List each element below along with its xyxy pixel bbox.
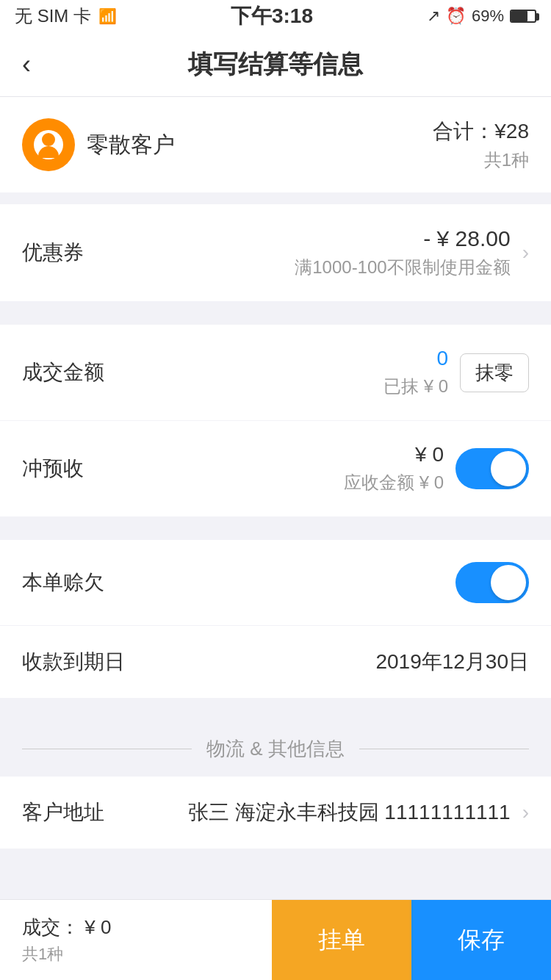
divider-3 bbox=[0, 710, 551, 721]
coupon-description: 满1000-100不限制使用金额 bbox=[295, 256, 510, 279]
prepayment-amount: ¥ 0 bbox=[344, 443, 444, 466]
logistics-title: 物流 & 其他信息 bbox=[206, 736, 345, 762]
deal-amount: 0 bbox=[436, 347, 448, 370]
status-right: ↗ ⏰ 69% bbox=[427, 7, 536, 26]
customer-name: 零散客户 bbox=[87, 130, 175, 160]
coupon-value: - ¥ 28.00 满1000-100不限制使用金额 bbox=[295, 226, 510, 279]
avatar bbox=[22, 118, 75, 171]
bottom-bar: 成交： ¥ 0 共1种 挂单 保存 bbox=[0, 899, 551, 980]
customer-total: 合计：¥28 共1种 bbox=[433, 118, 529, 172]
back-button[interactable]: ‹ bbox=[22, 49, 31, 80]
debt-toggle-knob bbox=[491, 565, 526, 600]
coupon-row[interactable]: 优惠券 - ¥ 28.00 满1000-100不限制使用金额 › bbox=[0, 204, 551, 301]
coupon-discount: - ¥ 28.00 bbox=[295, 226, 510, 251]
bottom-deal-value: ¥ 0 bbox=[84, 916, 111, 938]
prepayment-toggle[interactable] bbox=[455, 448, 529, 489]
address-row[interactable]: 客户地址 张三 海淀永丰科技园 11111111111 › bbox=[0, 777, 551, 849]
address-value: 张三 海淀永丰科技园 11111111111 bbox=[188, 799, 511, 826]
chevron-right-icon: › bbox=[522, 241, 529, 264]
status-bar: 无 SIM 卡 📶 下午3:18 ↗ ⏰ 69% bbox=[0, 0, 551, 32]
deal-right: 0 已抹 ¥ 0 抹零 bbox=[383, 347, 529, 398]
prepayment-label: 冲预收 bbox=[22, 455, 84, 483]
customer-card: 零散客户 合计：¥28 共1种 bbox=[0, 97, 551, 192]
deal-value-wrap: 0 已抹 ¥ 0 bbox=[383, 347, 448, 398]
location-icon: ↗ bbox=[427, 7, 440, 26]
coupon-section: 优惠券 - ¥ 28.00 满1000-100不限制使用金额 › bbox=[0, 204, 551, 301]
bottom-item-count: 共1种 bbox=[22, 943, 250, 965]
battery-text: 69% bbox=[472, 7, 504, 26]
deal-deducted: 已抹 ¥ 0 bbox=[383, 375, 448, 398]
address-right: 张三 海淀永丰科技园 11111111111 › bbox=[188, 799, 529, 826]
bottom-info: 成交： ¥ 0 共1种 bbox=[0, 915, 272, 965]
round-off-button[interactable]: 抹零 bbox=[460, 353, 529, 392]
debt-row: 本单赊欠 bbox=[0, 540, 551, 626]
address-chevron-icon: › bbox=[522, 801, 529, 824]
coupon-right: - ¥ 28.00 满1000-100不限制使用金额 › bbox=[295, 226, 529, 279]
deal-label: 成交金额 bbox=[22, 359, 104, 386]
alarm-icon: ⏰ bbox=[446, 7, 466, 26]
prepayment-value-wrap: ¥ 0 应收金额 ¥ 0 bbox=[344, 443, 444, 494]
due-date-value: 2019年12月30日 bbox=[375, 648, 529, 676]
debt-right bbox=[455, 562, 529, 603]
due-date-label: 收款到期日 bbox=[22, 648, 125, 676]
save-button[interactable]: 保存 bbox=[411, 900, 551, 981]
address-section: 客户地址 张三 海淀永丰科技园 11111111111 › bbox=[0, 777, 551, 849]
bottom-deal-amount: 成交： ¥ 0 bbox=[22, 915, 250, 940]
wifi-icon: 📶 bbox=[98, 7, 117, 25]
header-line-right bbox=[359, 749, 529, 749]
prepayment-receivable: 应收金额 ¥ 0 bbox=[344, 471, 444, 494]
deal-row: 成交金额 0 已抹 ¥ 0 抹零 bbox=[0, 325, 551, 421]
header-line-left bbox=[22, 749, 192, 749]
customer-info: 零散客户 bbox=[22, 118, 175, 171]
battery-icon bbox=[510, 10, 536, 23]
item-count: 共1种 bbox=[433, 148, 529, 172]
prepayment-right: ¥ 0 应收金额 ¥ 0 bbox=[344, 443, 529, 494]
divider-1 bbox=[0, 313, 551, 325]
total-amount: 合计：¥28 bbox=[433, 118, 529, 145]
debt-label: 本单赊欠 bbox=[22, 569, 104, 597]
coupon-label: 优惠券 bbox=[22, 239, 84, 267]
address-label: 客户地址 bbox=[22, 799, 104, 826]
content-area: 零散客户 合计：¥28 共1种 优惠券 - ¥ 28.00 满1000-100不… bbox=[0, 97, 551, 948]
bottom-deal-label: 成交： bbox=[22, 916, 79, 938]
status-time: 下午3:18 bbox=[231, 2, 313, 30]
avatar-icon bbox=[34, 130, 63, 159]
nav-bar: ‹ 填写结算等信息 bbox=[0, 32, 551, 97]
deal-section: 成交金额 0 已抹 ¥ 0 抹零 冲预收 ¥ 0 应收金额 ¥ 0 bbox=[0, 325, 551, 516]
due-date-row[interactable]: 收款到期日 2019年12月30日 bbox=[0, 626, 551, 698]
prepayment-row: 冲预收 ¥ 0 应收金额 ¥ 0 bbox=[0, 421, 551, 516]
pending-button[interactable]: 挂单 bbox=[272, 900, 411, 981]
logistics-header: 物流 & 其他信息 bbox=[0, 721, 551, 777]
page-title: 填写结算等信息 bbox=[188, 48, 363, 82]
divider-2 bbox=[0, 528, 551, 540]
debt-section: 本单赊欠 收款到期日 2019年12月30日 bbox=[0, 540, 551, 698]
toggle-knob bbox=[491, 451, 526, 486]
carrier-text: 无 SIM 卡 bbox=[15, 4, 91, 28]
status-left: 无 SIM 卡 📶 bbox=[15, 4, 117, 28]
debt-toggle[interactable] bbox=[455, 562, 529, 603]
